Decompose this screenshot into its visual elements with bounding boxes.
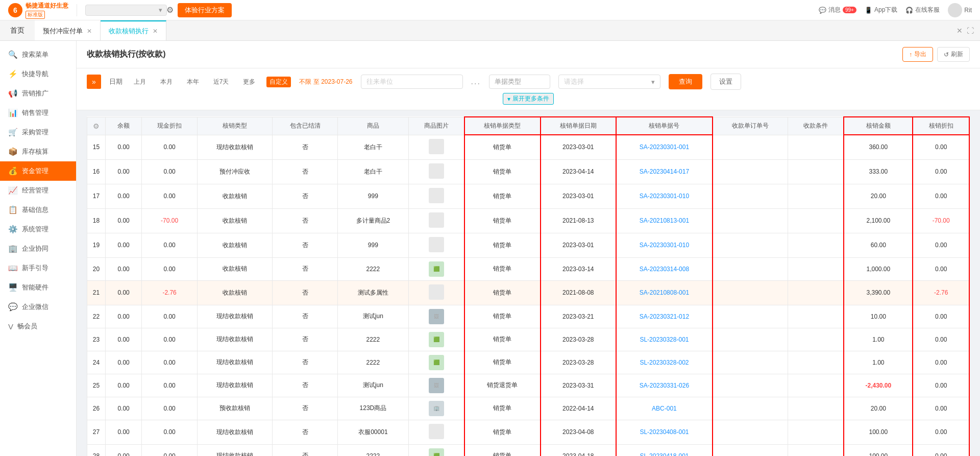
sidebar-item-basic-info[interactable]: 📋 基础信息: [0, 200, 76, 220]
sidebar-item-search[interactable]: 🔍 搜索菜单: [0, 45, 76, 64]
sidebar-item-marketing[interactable]: 📢 营销推广: [0, 84, 76, 103]
sidebar-item-enterprise[interactable]: 🏢 企业协同: [0, 239, 76, 258]
td-bill-type: 销货单: [464, 184, 541, 208]
td-order-no: [713, 351, 788, 374]
tab-prepay[interactable]: 预付冲应付单 ✕: [35, 20, 101, 40]
tab-home[interactable]: 首页: [0, 20, 35, 40]
td-balance: 0.00: [106, 420, 142, 444]
td-bill-date: 2021-08-08: [541, 280, 617, 305]
td-amount: 20.00: [844, 397, 913, 420]
tab-close-prepay[interactable]: ✕: [87, 28, 92, 35]
td-bill-date: 2023-04-14: [541, 159, 617, 184]
td-id: 26: [87, 397, 106, 420]
setting-btn[interactable]: 设置: [710, 74, 741, 90]
sidebar-item-finance[interactable]: 💰 资金管理: [0, 161, 76, 181]
td-goods-img: [408, 420, 464, 444]
td-discount: 0.00: [913, 305, 969, 328]
page-actions: ↑ 导出 ↺ 刷新: [902, 47, 970, 62]
td-included: 否: [273, 159, 338, 184]
bill-no-link[interactable]: SA-20230301-001: [640, 143, 689, 151]
td-goods-img: [408, 184, 464, 208]
bill-no-link[interactable]: SL-20230328-001: [640, 336, 689, 343]
td-bill-type: 销货单: [464, 257, 541, 280]
td-goods-img: 🟩: [408, 257, 464, 280]
td-balance: 0.00: [106, 328, 142, 351]
app-logo: 6 畅捷通道好生意 标准版: [8, 2, 68, 19]
bill-no-link[interactable]: SL-20230408-001: [640, 428, 689, 436]
td-cash-discount: -2.76: [142, 280, 198, 305]
finance-icon: 💰: [8, 166, 18, 176]
table-gear-icon[interactable]: ⚙: [93, 122, 100, 130]
td-balance: 0.00: [106, 184, 142, 208]
td-condition: [788, 305, 844, 328]
td-discount: 0.00: [913, 420, 969, 444]
sidebar-item-purchase[interactable]: 🛒 采购管理: [0, 123, 76, 142]
operation-icon: 📈: [8, 186, 18, 195]
refresh-btn[interactable]: ↺ 刷新: [937, 47, 970, 62]
last7-btn[interactable]: 近7天: [210, 77, 232, 87]
td-balance: 0.00: [106, 208, 142, 233]
query-btn[interactable]: 查询: [669, 74, 702, 89]
sidebar-item-operation[interactable]: 📈 经营管理: [0, 181, 76, 200]
expand-conditions-btn[interactable]: ▾ 展开更多条件: [503, 93, 554, 105]
bill-no-link[interactable]: SL-20230328-002: [640, 359, 689, 366]
td-discount: -2.76: [913, 280, 969, 305]
td-cancel-type: 现结收款核销: [198, 135, 273, 159]
sidebar-item-sales[interactable]: 📊 销售管理: [0, 103, 76, 123]
td-balance: 0.00: [106, 257, 142, 280]
td-bill-date: 2023-04-18: [541, 444, 617, 456]
td-cash-discount: 0.00: [142, 135, 198, 159]
td-goods-img: 🖼: [408, 374, 464, 397]
td-bill-date: 2023-04-08: [541, 420, 617, 444]
bill-no-link[interactable]: SA-20230301-010: [640, 193, 689, 200]
last-month-btn[interactable]: 上月: [131, 77, 149, 87]
bill-no-link[interactable]: SA-20230301-010: [640, 242, 689, 249]
bill-no-link[interactable]: SA-20230331-026: [640, 382, 689, 389]
bill-type-select[interactable]: 请选择 ▾: [558, 75, 660, 89]
td-order-no: [713, 444, 788, 456]
bill-no-link[interactable]: SA-20230414-017: [640, 168, 689, 175]
bill-no-link[interactable]: SA-20210813-001: [640, 217, 689, 224]
from-unit-input[interactable]: 往来单位: [361, 75, 463, 89]
td-cancel-type: 收款核销: [198, 257, 273, 280]
td-cancel-type: 现结收款核销: [198, 351, 273, 374]
sidebar-item-hardware[interactable]: 🖥️ 智能硬件: [0, 278, 76, 297]
gear-icon[interactable]: ⚙: [166, 5, 174, 15]
message-btn[interactable]: 💬 消息 99+: [819, 6, 856, 14]
td-condition: [788, 257, 844, 280]
td-balance: 0.00: [106, 374, 142, 397]
user-avatar[interactable]: Rit: [948, 3, 972, 17]
bill-no-link[interactable]: SL-20230418-001: [640, 452, 689, 457]
more-btn[interactable]: 更多: [240, 77, 258, 87]
industry-btn[interactable]: 体验行业方案: [178, 3, 232, 17]
expand-window-icon[interactable]: ⛶: [967, 27, 974, 35]
logo-text: 畅捷通道好生意 标准版: [26, 2, 68, 19]
tab-cancel[interactable]: 收款核销执行 ✕: [101, 20, 166, 40]
system-icon: ⚙️: [8, 225, 18, 234]
sidebar-item-system[interactable]: ⚙️ 系统管理: [0, 220, 76, 239]
sidebar-item-shortcut[interactable]: ⚡ 快捷导航: [0, 64, 76, 84]
bill-no-link[interactable]: SA-20210808-001: [640, 289, 689, 296]
sidebar-item-guide[interactable]: 📖 新手引导: [0, 258, 76, 278]
tab-close-cancel[interactable]: ✕: [153, 28, 158, 35]
online-service-btn[interactable]: 🎧 在线客服: [905, 6, 940, 14]
td-amount: 10.00: [844, 305, 913, 328]
app-download-btn[interactable]: 📱 App下载: [865, 6, 897, 14]
bill-no-link[interactable]: SA-20230314-008: [640, 266, 689, 273]
custom-btn[interactable]: 自定义: [266, 77, 291, 87]
bill-no-link[interactable]: SA-20230321-012: [640, 313, 689, 320]
bill-no-link[interactable]: ABC-001: [652, 405, 677, 412]
search-input[interactable]: [85, 5, 167, 16]
sidebar-item-member[interactable]: V 畅会员: [0, 317, 76, 336]
sidebar-item-inventory[interactable]: 📦 库存核算: [0, 142, 76, 161]
sidebar-item-wechat[interactable]: 💬 企业微信: [0, 297, 76, 317]
service-icon: 🎧: [905, 7, 913, 14]
td-order-no: [713, 328, 788, 351]
this-month-btn[interactable]: 本月: [157, 77, 176, 87]
td-amount: -2,430.00: [844, 374, 913, 397]
this-year-btn[interactable]: 本年: [184, 77, 202, 87]
export-btn[interactable]: ↑ 导出: [902, 47, 933, 62]
close-window-icon[interactable]: ✕: [957, 27, 963, 35]
collapse-filter-btn[interactable]: »: [87, 75, 101, 89]
sidebar: 🔍 搜索菜单 ⚡ 快捷导航 📢 营销推广 📊 销售管理 🛒 采购管理 📦 库存核…: [0, 41, 77, 456]
